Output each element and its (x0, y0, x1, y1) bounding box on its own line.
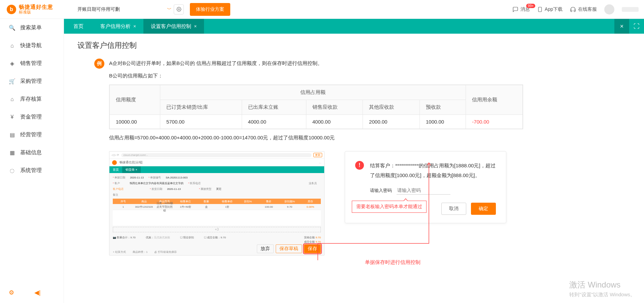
sidebar-item-purchase[interactable]: 🛒采购管理 (0, 72, 64, 90)
tab-credit-control-settings[interactable]: 设置客户信用控制× (143, 19, 204, 34)
mobile-icon (537, 7, 543, 12)
sidebar-item-funds[interactable]: ¥资金管理 (0, 108, 64, 126)
svg-rect-1 (538, 7, 541, 11)
messages-badge: 99+ (526, 4, 535, 8)
password-label: 请输入密码 (370, 188, 392, 194)
close-icon[interactable]: × (133, 24, 136, 29)
doc-icon: ▤ (9, 132, 15, 138)
close-all-tabs-button[interactable]: × (614, 19, 629, 34)
close-icon[interactable]: × (194, 24, 197, 29)
th-col4: 其他应收款 (363, 100, 420, 115)
headset-icon (570, 6, 576, 12)
sidebar-item-business[interactable]: ▤经营管理 (0, 126, 64, 144)
credit-table: 信用额度 信用占用额 信用用余额 已订货未销货/出库 已出库未立账 销售应收款 … (109, 85, 523, 129)
connector-caption: 单据保存时进行信用控制 (365, 259, 420, 266)
page-content: 设置客户信用控制 例 A企对B公司进行开单时，如果B公司的 信用占用额超过了信用… (64, 34, 644, 303)
cancel-button[interactable]: 取消 (441, 203, 466, 215)
password-input[interactable] (397, 186, 450, 195)
page-title: 设置客户信用控制 (77, 40, 631, 50)
sidebar-item-nav[interactable]: ⌂快捷导航 (0, 37, 64, 55)
user-name-placeholder[interactable] (622, 7, 639, 12)
sidebar-settings-icon[interactable]: ⚙ (9, 289, 14, 296)
sidebar-item-system[interactable]: ◌系统管理 (0, 162, 64, 179)
online-service-link[interactable]: 在线客服 (570, 6, 597, 12)
th-occupied-group: 信用占用额 (160, 85, 466, 100)
app-download-link[interactable]: App下载 (537, 6, 563, 12)
brand-title: 畅捷通好生意 (19, 4, 53, 10)
warning-icon: ! (355, 161, 364, 170)
warehouse-icon: ⌂ (9, 96, 15, 102)
brand-subtitle: 标准版 (19, 10, 53, 14)
tab-bar: 首页 客户信用分析× 设置客户信用控制× × ⛶ (64, 19, 644, 34)
svg-point-0 (178, 9, 179, 10)
messages-link[interactable]: 消息 99+ (512, 6, 530, 12)
user-avatar[interactable] (604, 4, 614, 14)
tab-home[interactable]: 首页 (64, 19, 93, 34)
sidebar-item-sales[interactable]: ◈销售管理 (0, 55, 64, 72)
tab-credit-analysis[interactable]: 客户信用分析× (93, 19, 143, 34)
credit-warning-dialog: ! 结算客户：************的信用占用额为[1888.00元]，超过了… (345, 151, 506, 223)
brand-logo-icon: b (7, 5, 16, 14)
industry-solution-button[interactable]: 体验行业方案 (190, 3, 230, 16)
example-badge-icon: 例 (94, 59, 104, 69)
dialog-text: 结算客户：************的信用占用额为[1888.00元]，超过了信用… (370, 161, 496, 180)
system-icon: ◌ (9, 167, 15, 174)
th-credit-limit: 信用额度 (110, 85, 160, 115)
cart-icon: 🛒 (9, 78, 15, 85)
fullscreen-button[interactable]: ⛶ (629, 19, 644, 34)
home-icon: ⌂ (9, 43, 15, 49)
settings-button[interactable] (174, 4, 184, 14)
sidebar-collapse-icon[interactable]: ◀| (34, 289, 41, 296)
diamond-icon: ◈ (9, 60, 15, 67)
brand: b 畅捷通好生意 标准版 (0, 4, 64, 14)
money-icon: ¥ (9, 114, 15, 120)
password-hint-callout: 需要老板输入密码本单才能通过 (352, 201, 427, 213)
sidebar-item-search[interactable]: 🔍搜索菜单 (0, 19, 64, 37)
th-col2: 已出库未立账 (242, 100, 306, 115)
sidebar: 🔍搜索菜单 ⌂快捷导航 ◈销售管理 🛒采购管理 ⌂库存核算 ¥资金管理 ▤经营管… (0, 19, 64, 303)
app-header: b 畅捷通好生意 标准版 开账日期可停用可删 ﹀ 体验行业方案 消息 99+ A… (0, 0, 644, 19)
th-col1: 已订货未销货/出库 (160, 100, 242, 115)
search-icon: 🔍 (9, 25, 15, 31)
chevron-down-icon: ﹀ (167, 6, 172, 12)
info-icon: ▦ (9, 149, 15, 156)
calc-line: 信用占用额=5700.00+4000.00+4000.00+2000.00-10… (109, 135, 614, 141)
th-col3: 销售应收款 (306, 100, 363, 115)
sidebar-item-basic[interactable]: ▦基础信息 (0, 144, 64, 162)
th-col5: 预收款 (419, 100, 466, 115)
sidebar-item-inventory[interactable]: ⌂库存核算 (0, 90, 64, 108)
th-balance: 信用用余额 (466, 85, 523, 115)
ok-button[interactable]: 确定 (471, 203, 496, 215)
message-icon (512, 6, 518, 12)
selector-label: 开账日期可停用可删 (77, 6, 120, 12)
gear-icon (176, 7, 181, 12)
example-text: A企对B公司进行开单时，如果B公司的 信用占用额超过了信用额度，则在保存时进行信… (109, 59, 323, 68)
example-screenshot: ◁ ▷ ⟳ cloud.chanjet.com/... 更新 畅捷通信息[云端]… (109, 151, 325, 256)
sub-text: B公司的信用额占如下： (109, 73, 614, 79)
table-row: 10000.00 5700.00 4000.00 4000.00 2000.00… (110, 115, 523, 129)
account-period-selector[interactable]: 开账日期可停用可删 ﹀ (77, 6, 172, 12)
